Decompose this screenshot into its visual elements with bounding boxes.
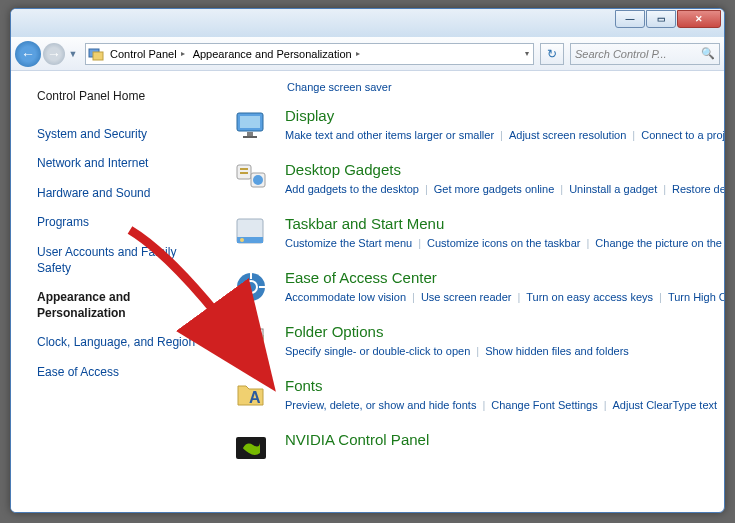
sidebar-item-7[interactable]: Ease of Access: [37, 365, 207, 381]
close-button[interactable]: ✕: [677, 10, 721, 28]
change-screen-saver-link[interactable]: Change screen saver: [287, 81, 392, 93]
svg-rect-9: [240, 168, 248, 170]
task-link-1-1[interactable]: Get more gadgets online: [434, 183, 554, 195]
category-title-4[interactable]: Folder Options: [285, 323, 720, 340]
category-nvidia: NVIDIA Control Panel: [217, 427, 724, 481]
maximize-button[interactable]: ▭: [646, 10, 676, 28]
sidebar-item-1[interactable]: Network and Internet: [37, 156, 207, 172]
svg-text:A: A: [249, 389, 261, 406]
category-tasks-4: Specify single- or double-click to open|…: [285, 342, 720, 361]
task-link-0-1[interactable]: Adjust screen resolution: [509, 129, 626, 141]
refresh-button[interactable]: ↻: [540, 43, 564, 65]
address-bar[interactable]: Control Panel▸ Appearance and Personaliz…: [85, 43, 534, 65]
task-link-4-1[interactable]: Show hidden files and folders: [485, 345, 629, 357]
category-tasks-2: Customize the Start menu|Customize icons…: [285, 234, 724, 253]
sidebar-item-4[interactable]: User Accounts and Family Safety: [37, 245, 207, 276]
category-tasks-5: Preview, delete, or show and hide fonts|…: [285, 396, 720, 415]
control-panel-window: — ▭ ✕ ← → ▼ Control Panel▸ Appearance an…: [10, 8, 725, 513]
breadcrumb-root[interactable]: Control Panel▸: [106, 48, 189, 60]
category-tasks-0: Make text and other items larger or smal…: [285, 126, 724, 145]
svg-rect-4: [247, 132, 253, 136]
sidebar-item-0[interactable]: System and Security: [37, 127, 207, 143]
task-link-5-0[interactable]: Preview, delete, or show and hide fonts: [285, 399, 476, 411]
category-tasks-1: Add gadgets to the desktop|Get more gadg…: [285, 180, 724, 199]
task-link-0-2[interactable]: Connect to a projector: [641, 129, 724, 141]
breadcrumb-current[interactable]: Appearance and Personalization▸: [189, 48, 364, 60]
fonts-icon[interactable]: A: [227, 377, 275, 417]
search-input[interactable]: Search Control P... 🔍: [570, 43, 720, 65]
search-icon: 🔍: [701, 47, 715, 60]
task-link-2-2[interactable]: Change the picture on the Start menu: [595, 237, 724, 249]
category-ease: Ease of Access CenterAccommodate low vis…: [217, 265, 724, 319]
category-fonts: AFontsPreview, delete, or show and hide …: [217, 373, 724, 427]
task-link-1-0[interactable]: Add gadgets to the desktop: [285, 183, 419, 195]
category-display: DisplayMake text and other items larger …: [217, 103, 724, 157]
gadgets-icon[interactable]: [227, 161, 275, 201]
category-title-1[interactable]: Desktop Gadgets: [285, 161, 724, 178]
svg-point-8: [253, 175, 263, 185]
history-dropdown[interactable]: ▼: [67, 49, 79, 59]
titlebar: — ▭ ✕: [11, 9, 724, 37]
sidebar: Control Panel HomeSystem and SecurityNet…: [11, 71, 217, 512]
svg-rect-5: [243, 136, 257, 138]
task-link-5-2[interactable]: Adjust ClearType text: [613, 399, 718, 411]
category-folder: Folder OptionsSpecify single- or double-…: [217, 319, 724, 373]
svg-rect-3: [240, 116, 260, 128]
display-icon[interactable]: [227, 107, 275, 147]
task-link-2-1[interactable]: Customize icons on the taskbar: [427, 237, 580, 249]
svg-rect-1: [93, 52, 103, 60]
category-gadgets: Desktop GadgetsAdd gadgets to the deskto…: [217, 157, 724, 211]
sidebar-item-5[interactable]: Appearance and Personalization: [37, 290, 207, 321]
sidebar-home[interactable]: Control Panel Home: [37, 89, 207, 105]
taskbar-icon[interactable]: [227, 215, 275, 255]
minimize-button[interactable]: —: [615, 10, 645, 28]
category-tasks-3: Accommodate low vision|Use screen reader…: [285, 288, 724, 307]
top-task-link: Change screen saver: [287, 77, 724, 95]
task-link-3-2[interactable]: Turn on easy access keys: [526, 291, 653, 303]
sidebar-item-2[interactable]: Hardware and Sound: [37, 186, 207, 202]
category-title-5[interactable]: Fonts: [285, 377, 720, 394]
task-link-1-2[interactable]: Uninstall a gadget: [569, 183, 657, 195]
category-title-6[interactable]: NVIDIA Control Panel: [285, 431, 720, 448]
task-link-1-3[interactable]: Restore desktop gadgets installed with W…: [672, 183, 724, 195]
category-title-3[interactable]: Ease of Access Center: [285, 269, 724, 286]
forward-button[interactable]: →: [43, 43, 65, 65]
task-link-0-0[interactable]: Make text and other items larger or smal…: [285, 129, 494, 141]
category-title-2[interactable]: Taskbar and Start Menu: [285, 215, 724, 232]
address-dropdown[interactable]: ▾: [521, 49, 533, 58]
task-link-3-1[interactable]: Use screen reader: [421, 291, 512, 303]
folder-icon[interactable]: [227, 323, 275, 363]
task-link-4-0[interactable]: Specify single- or double-click to open: [285, 345, 470, 357]
nav-bar: ← → ▼ Control Panel▸ Appearance and Pers…: [11, 37, 724, 71]
category-taskbar: Taskbar and Start MenuCustomize the Star…: [217, 211, 724, 265]
control-panel-icon: [86, 46, 106, 62]
task-link-2-0[interactable]: Customize the Start menu: [285, 237, 412, 249]
task-link-3-0[interactable]: Accommodate low vision: [285, 291, 406, 303]
main-content[interactable]: Change screen saver DisplayMake text and…: [217, 71, 724, 512]
body: Control Panel HomeSystem and SecurityNet…: [11, 71, 724, 512]
task-link-3-3[interactable]: Turn High Contrast on or off: [668, 291, 724, 303]
ease-icon[interactable]: [227, 269, 275, 309]
svg-rect-10: [240, 172, 248, 174]
sidebar-item-3[interactable]: Programs: [37, 215, 207, 231]
nvidia-icon[interactable]: [227, 431, 275, 471]
sidebar-item-6[interactable]: Clock, Language, and Region: [37, 335, 207, 351]
task-link-5-1[interactable]: Change Font Settings: [491, 399, 597, 411]
back-button[interactable]: ←: [15, 41, 41, 67]
category-title-0[interactable]: Display: [285, 107, 724, 124]
svg-point-13: [240, 238, 244, 242]
